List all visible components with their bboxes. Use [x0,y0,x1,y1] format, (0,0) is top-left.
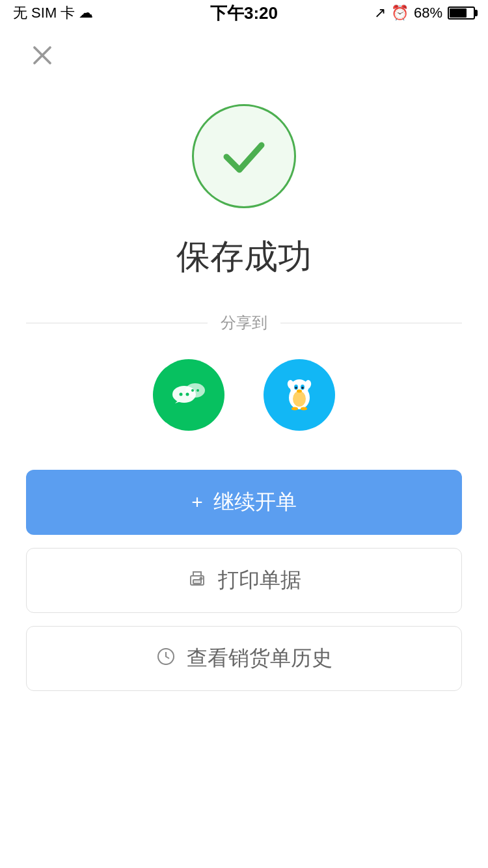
close-icon [31,44,54,67]
battery-label: 68% [414,5,442,21]
divider-left [26,323,208,323]
battery-fill [450,8,467,18]
battery-icon [448,7,475,20]
wechat-icon [169,375,209,415]
action-buttons: + 继续开单 打印单据 查看销货单历史 [26,470,462,691]
print-label: 打印单据 [218,566,301,595]
plus-icon: + [191,491,203,513]
share-label: 分享到 [221,312,267,333]
main-content: 保存成功 分享到 [0,26,488,868]
share-divider: 分享到 [26,312,462,333]
success-title: 保存成功 [176,234,312,280]
wechat-share-button[interactable] [153,359,224,431]
continue-button[interactable]: + 继续开单 [26,470,462,535]
no-sim-label: 无 SIM 卡 ☁ [13,3,93,23]
svg-point-12 [295,387,297,389]
divider-right [280,323,462,323]
qq-share-button[interactable] [264,359,335,431]
history-label: 查看销货单历史 [187,644,332,673]
continue-label: 继续开单 [213,488,297,517]
svg-point-17 [301,407,307,411]
qq-icon [279,375,319,415]
share-icons-container [153,359,335,431]
svg-point-6 [191,389,194,392]
svg-point-5 [186,393,189,396]
status-bar: 无 SIM 卡 ☁ 下午3:20 ↗ ⏰ 68% [0,0,488,26]
print-button[interactable]: 打印单据 [26,548,462,613]
svg-point-22 [200,577,202,579]
status-left: 无 SIM 卡 ☁ [13,3,93,23]
svg-point-7 [197,389,199,392]
svg-point-16 [291,407,298,411]
clock-icon [156,646,176,671]
svg-point-13 [301,387,304,389]
checkmark-icon [215,127,273,185]
status-right: ↗ ⏰ 68% [374,5,475,21]
alarm-icon: ⏰ [391,5,409,21]
success-circle [192,104,296,208]
close-button[interactable] [26,39,59,72]
history-button[interactable]: 查看销货单历史 [26,626,462,691]
svg-point-4 [180,393,183,396]
svg-rect-21 [193,580,201,584]
svg-point-15 [293,391,306,407]
printer-icon [187,568,208,593]
status-time: 下午3:20 [210,2,278,25]
location-icon: ↗ [374,5,386,21]
